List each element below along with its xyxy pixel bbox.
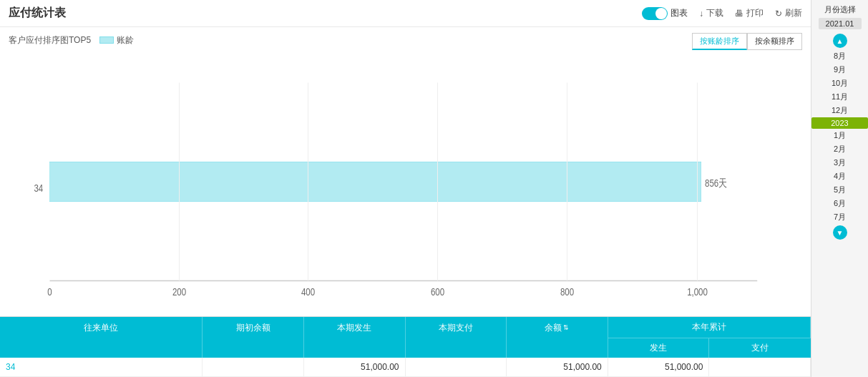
svg-text:34: 34 [34, 182, 43, 194]
download-icon: ↓ [699, 9, 703, 19]
chart-toggle[interactable]: 图表 [642, 7, 688, 20]
refresh-button[interactable]: ↻ 刷新 [775, 7, 802, 19]
refresh-icon: ↻ [775, 9, 782, 19]
print-icon: 🖶 [735, 9, 743, 19]
month-item[interactable]: 6月 [811, 197, 868, 210]
header-actions: 图表 ↓ 下载 🖶 打印 ↻ 刷新 [642, 7, 802, 20]
month-item[interactable]: 10月 [811, 77, 868, 90]
svg-rect-1 [50, 162, 701, 201]
svg-text:800: 800 [560, 286, 574, 298]
svg-text:600: 600 [431, 286, 444, 298]
sort-by-amount-button[interactable]: 按账龄排序 [692, 33, 747, 50]
cell-ytd-pay [709, 358, 811, 376]
chart-legend: 客户应付排序图TOP5 账龄 [9, 34, 134, 46]
unit-link[interactable]: 34 [6, 362, 15, 372]
svg-text:0: 0 [47, 286, 52, 298]
chart-controls: 按账龄排序 按余额排序 [692, 33, 802, 50]
month-list: 8月9月10月11月12月20231月2月3月4月5月6月7月 [811, 49, 868, 224]
month-item[interactable]: 2月 [811, 142, 868, 156]
legend-color-label: 账龄 [117, 34, 134, 46]
table-row: 34 51,000.00 51,000.00 51,000.00 [0, 358, 811, 377]
page-title: 应付统计表 [9, 6, 66, 21]
legend-color-box [99, 36, 114, 44]
cell-unit: 34 [0, 358, 203, 376]
svg-text:856天: 856天 [705, 177, 726, 189]
cell-current: 51,000.00 [304, 358, 406, 376]
balance-icon: ⇅ [563, 324, 569, 331]
cell-payment [406, 358, 507, 376]
month-item[interactable]: 3月 [811, 156, 868, 170]
print-button[interactable]: 🖶 打印 [735, 7, 764, 19]
month-item[interactable]: 12月 [811, 104, 868, 117]
month-item[interactable]: 1月 [811, 129, 868, 142]
legend-item: 账龄 [99, 34, 134, 46]
svg-text:1,000: 1,000 [687, 286, 708, 298]
data-table: 往来单位 期初余额 本期发生 本期支付 余额 ⇅ 本年累计 发生 支付 34 [0, 316, 811, 377]
col-current-header: 本期发生 [304, 317, 406, 338]
scroll-up-button[interactable]: ▲ [833, 34, 847, 48]
svg-text:200: 200 [172, 286, 186, 298]
col-opening-header: 期初余额 [203, 317, 304, 338]
col-ytd-header: 本年累计 [608, 317, 811, 338]
page-header: 应付统计表 图表 ↓ 下载 🖶 打印 ↻ 刷新 [0, 0, 811, 27]
month-item[interactable]: 11月 [811, 90, 868, 104]
chart-area: 客户应付排序图TOP5 账龄 按账龄排序 按余额排序 34 8 [0, 27, 811, 316]
col-ytd-occur-header: 发生 [608, 338, 710, 358]
month-item[interactable]: 7月 [811, 210, 868, 224]
download-button[interactable]: ↓ 下载 [699, 7, 723, 19]
col-balance-header: 余额 ⇅ [507, 317, 608, 338]
month-item[interactable]: 8月 [811, 49, 868, 63]
chart-label: 图表 [670, 7, 688, 19]
col-ytd-pay-header: 支付 [709, 338, 811, 358]
month-item[interactable]: 9月 [811, 63, 868, 77]
toggle-track[interactable] [642, 7, 668, 20]
month-item[interactable]: 4月 [811, 170, 868, 183]
toggle-thumb [655, 8, 667, 19]
legend-title: 客户应付排序图TOP5 [9, 34, 91, 46]
scroll-down-button[interactable]: ▼ [833, 225, 847, 240]
month-item[interactable]: 5月 [811, 183, 868, 197]
sidebar-date[interactable]: 2021.01 [819, 18, 862, 29]
cell-ytd-occur: 51,000.00 [608, 358, 710, 376]
svg-text:400: 400 [301, 286, 315, 298]
month-sidebar: 月份选择 2021.01 ▲ 8月9月10月11月12月20231月2月3月4月… [811, 0, 868, 377]
col-payment-header: 本期支付 [406, 317, 507, 338]
cell-opening [203, 358, 304, 376]
bar-chart: 34 856天 0 200 400 600 800 1,000 [9, 53, 802, 310]
col-unit-header: 往来单位 [0, 317, 203, 338]
sidebar-title: 月份选择 [824, 4, 856, 15]
cell-balance: 51,000.00 [507, 358, 608, 376]
chart-wrapper: 34 856天 0 200 400 600 800 1,000 [9, 53, 802, 310]
sort-by-balance-button[interactable]: 按余额排序 [747, 33, 802, 50]
year-label: 2023 [811, 117, 868, 129]
